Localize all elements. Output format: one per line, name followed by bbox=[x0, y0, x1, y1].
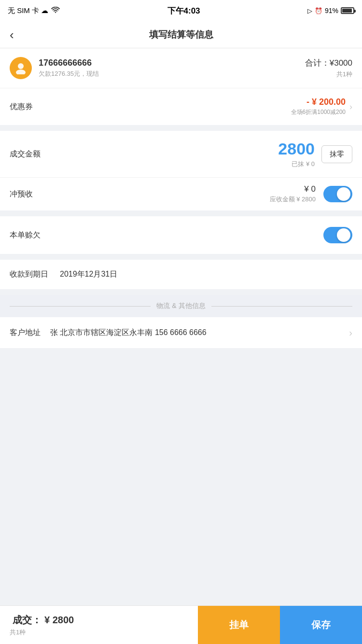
credit-label: 本单赊欠 bbox=[10, 230, 41, 240]
amount-section: 成交金额 2800 已抹 ¥ 0 抹零 冲预收 ¥ 0 应收金额 ¥ 2800 bbox=[0, 131, 362, 210]
customer-total: 合计：¥3000 bbox=[305, 57, 352, 69]
customer-count: 共1种 bbox=[305, 70, 352, 79]
customer-row: 17666666666 欠款1276.35元，现结 合计：¥3000 共1种 bbox=[0, 48, 362, 88]
deal-value-block: 2800 已抹 ¥ 0 bbox=[278, 140, 315, 168]
deal-amount-row: 成交金额 2800 已抹 ¥ 0 抹零 bbox=[0, 131, 362, 177]
status-bar: 无 SIM 卡 ☁ 下午4:03 ▷ ⏰ 91% bbox=[0, 0, 362, 21]
bottom-bar: 成交：¥ 2800 共1种 挂单 保存 bbox=[0, 605, 362, 644]
bottom-spacer bbox=[0, 402, 362, 441]
flush-toggle[interactable] bbox=[323, 186, 352, 202]
page-title: 填写结算等信息 bbox=[149, 28, 213, 41]
due-date-section: 收款到期日 2019年12月31日 bbox=[0, 260, 362, 289]
location-icon: ▷ bbox=[307, 7, 312, 14]
battery-percent: 91% bbox=[325, 7, 338, 14]
deal-erased: 已抹 ¥ 0 bbox=[278, 160, 315, 168]
nav-bar: ‹ 填写结算等信息 bbox=[0, 21, 362, 48]
chevron-right-icon: › bbox=[349, 102, 352, 112]
coupon-desc: 全场6折满1000减200 bbox=[291, 108, 346, 116]
round-off-button[interactable]: 抹零 bbox=[321, 145, 352, 163]
flush-amount: ¥ 0 bbox=[270, 184, 316, 194]
save-button[interactable]: 保存 bbox=[280, 606, 362, 644]
deal-value: 2800 bbox=[278, 140, 315, 158]
divider-section: 物流 & 其他信息 bbox=[0, 295, 362, 317]
status-left: 无 SIM 卡 ☁ bbox=[8, 6, 60, 15]
divider-line-left bbox=[10, 306, 151, 307]
flush-right: ¥ 0 应收金额 ¥ 2800 bbox=[270, 184, 352, 204]
battery-icon bbox=[341, 7, 354, 14]
divider-text: 物流 & 其他信息 bbox=[156, 302, 205, 310]
flush-row: 冲预收 ¥ 0 应收金额 ¥ 2800 bbox=[0, 177, 362, 210]
wifi-icon bbox=[51, 7, 60, 15]
flush-value-block: ¥ 0 应收金额 ¥ 2800 bbox=[270, 184, 316, 204]
credit-section: 本单赊欠 bbox=[0, 216, 362, 254]
customer-info: 17666666666 欠款1276.35元，现结 bbox=[39, 58, 99, 78]
customer-section: 17666666666 欠款1276.35元，现结 合计：¥3000 共1种 优… bbox=[0, 48, 362, 125]
deal-right: 2800 已抹 ¥ 0 抹零 bbox=[278, 140, 352, 168]
gray-spacer bbox=[0, 354, 362, 402]
bottom-deal-value: ¥ 2800 bbox=[44, 615, 74, 625]
address-section[interactable]: 客户地址 张 北京市市辖区海淀区永丰南 156 6666 6666 › bbox=[0, 317, 362, 348]
address-chevron-icon: › bbox=[349, 327, 352, 338]
bottom-deal: 成交：¥ 2800 bbox=[10, 614, 188, 627]
coupon-value: - ¥ 200.00 全场6折满1000减200 bbox=[291, 97, 346, 116]
avatar bbox=[10, 57, 32, 79]
bottom-deal-label: 成交： bbox=[13, 615, 42, 625]
pending-button[interactable]: 挂单 bbox=[198, 606, 280, 644]
customer-left: 17666666666 欠款1276.35元，现结 bbox=[10, 57, 99, 79]
due-date-value: 2019年12月31日 bbox=[60, 269, 117, 280]
status-time: 下午4:03 bbox=[167, 5, 200, 16]
due-date-label: 收款到期日 bbox=[10, 269, 48, 280]
bottom-count: 共1种 bbox=[10, 628, 188, 637]
customer-sub: 欠款1276.35元，现结 bbox=[39, 70, 99, 78]
no-sim-label: 无 SIM 卡 ☁ bbox=[8, 6, 48, 15]
deal-label: 成交金额 bbox=[10, 149, 41, 159]
svg-point-0 bbox=[18, 63, 24, 69]
alarm-icon: ⏰ bbox=[315, 7, 322, 14]
address-label: 客户地址 bbox=[10, 328, 41, 338]
customer-phone: 17666666666 bbox=[39, 58, 99, 68]
bottom-info: 成交：¥ 2800 共1种 bbox=[0, 614, 198, 637]
svg-point-1 bbox=[16, 70, 26, 74]
status-right: ▷ ⏰ 91% bbox=[307, 7, 354, 14]
coupon-label: 优惠券 bbox=[10, 102, 33, 112]
flush-sub: 应收金额 ¥ 2800 bbox=[270, 195, 316, 204]
address-value: 张 北京市市辖区海淀区永丰南 156 6666 6666 bbox=[50, 327, 345, 338]
divider-line-right bbox=[211, 306, 352, 307]
credit-toggle[interactable] bbox=[323, 227, 352, 243]
coupon-right: - ¥ 200.00 全场6折满1000减200 › bbox=[291, 97, 352, 116]
coupon-amount: - ¥ 200.00 bbox=[291, 97, 346, 107]
customer-right: 合计：¥3000 共1种 bbox=[305, 57, 352, 79]
coupon-row[interactable]: 优惠券 - ¥ 200.00 全场6折满1000减200 › bbox=[0, 88, 362, 125]
flush-label: 冲预收 bbox=[10, 189, 33, 199]
back-button[interactable]: ‹ bbox=[10, 28, 14, 41]
